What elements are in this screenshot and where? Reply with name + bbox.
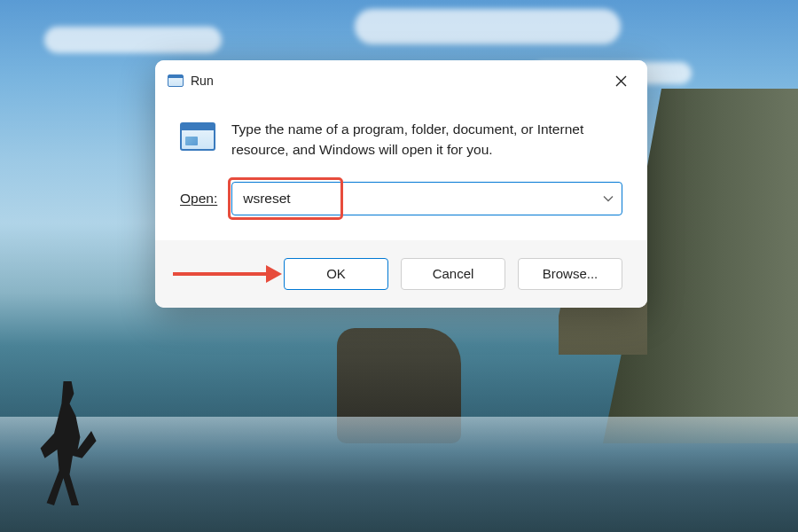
dialog-description: Type the name of a program, folder, docu… bbox=[231, 119, 622, 160]
ok-button[interactable]: OK bbox=[284, 258, 388, 290]
annotation-arrow bbox=[173, 265, 282, 283]
cloud bbox=[355, 9, 621, 44]
ocean-waves bbox=[0, 417, 798, 532]
run-icon bbox=[168, 74, 184, 87]
dialog-title: Run bbox=[191, 74, 214, 88]
open-label: Open: bbox=[180, 191, 217, 207]
close-icon bbox=[615, 75, 627, 87]
run-dialog: Run Type the name of a program, folder, … bbox=[155, 60, 647, 308]
dialog-footer: OK Cancel Browse... bbox=[155, 240, 647, 308]
browse-button[interactable]: Browse... bbox=[518, 258, 622, 290]
cancel-button[interactable]: Cancel bbox=[401, 258, 505, 290]
runner-silhouette bbox=[35, 381, 98, 505]
cloud bbox=[44, 27, 222, 53]
run-icon-large bbox=[180, 122, 215, 151]
open-input[interactable] bbox=[231, 182, 622, 215]
close-button[interactable] bbox=[603, 67, 638, 94]
desktop-wallpaper: Run Type the name of a program, folder, … bbox=[0, 0, 798, 532]
titlebar[interactable]: Run bbox=[155, 60, 647, 101]
